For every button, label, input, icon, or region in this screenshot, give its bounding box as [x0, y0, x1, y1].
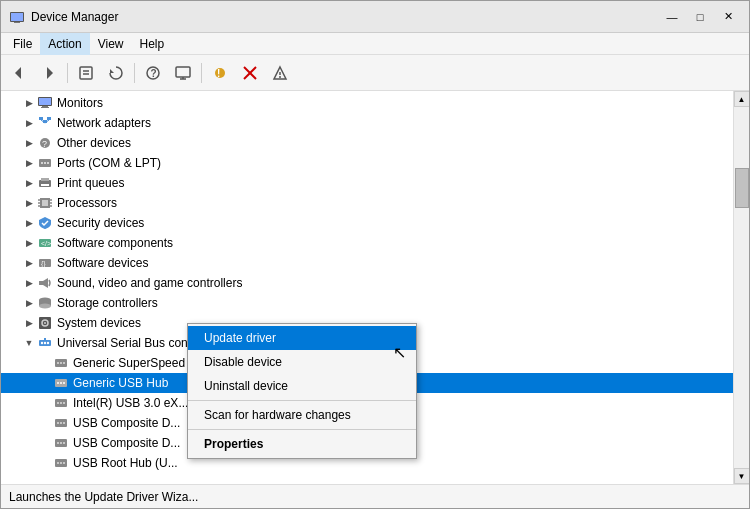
svg-rect-27: [47, 117, 51, 120]
ctx-disable-device[interactable]: Disable device: [188, 350, 416, 374]
svg-point-55: [39, 304, 51, 309]
usb-intel-icon: [53, 395, 69, 411]
close-button[interactable]: ✕: [715, 7, 741, 27]
ports-icon: [37, 155, 53, 171]
scroll-down-arrow[interactable]: ▼: [734, 468, 750, 484]
ctx-properties[interactable]: Properties: [188, 432, 416, 456]
menu-help[interactable]: Help: [132, 33, 173, 55]
sysdev-icon: [37, 315, 53, 331]
svg-point-60: [41, 342, 43, 344]
tree-item-ports[interactable]: ▶ Ports (COM & LPT): [1, 153, 733, 173]
ctx-update-driver[interactable]: Update driver: [188, 326, 416, 350]
sysdev-label: System devices: [57, 316, 141, 330]
usb-root-icon: [37, 335, 53, 351]
toggle-sound[interactable]: ▶: [21, 275, 37, 291]
other-icon: ?: [37, 135, 53, 151]
ctx-uninstall-device[interactable]: Uninstall device: [188, 374, 416, 398]
app-icon: [9, 9, 25, 25]
properties-button[interactable]: [72, 59, 100, 87]
tree-item-security[interactable]: ▶ Security devices: [1, 213, 733, 233]
svg-text:?: ?: [151, 68, 157, 79]
tree-item-storage[interactable]: ▶ Storage controllers: [1, 293, 733, 313]
network-icon: [37, 115, 53, 131]
svg-point-78: [63, 422, 65, 424]
maximize-button[interactable]: □: [687, 7, 713, 27]
svg-rect-37: [41, 178, 49, 181]
monitors-label: Monitors: [57, 96, 103, 110]
svg-point-81: [60, 442, 62, 444]
tree-item-sound[interactable]: ▶ Sound, video and game controllers: [1, 273, 733, 293]
toggle-other[interactable]: ▶: [21, 135, 37, 151]
toggle-monitors[interactable]: ▶: [21, 95, 37, 111]
svg-point-86: [63, 462, 65, 464]
scroll-up-arrow[interactable]: ▲: [734, 91, 750, 107]
toggle-printq[interactable]: ▶: [21, 175, 37, 191]
toggle-processors[interactable]: ▶: [21, 195, 37, 211]
uninstall-button[interactable]: [236, 59, 264, 87]
svg-point-73: [60, 402, 62, 404]
toggle-usb[interactable]: ▼: [21, 335, 37, 351]
help-button[interactable]: ?: [139, 59, 167, 87]
ctx-sep-2: [188, 429, 416, 430]
svg-marker-4: [47, 67, 53, 79]
scan-button[interactable]: [266, 59, 294, 87]
action-icon-button[interactable]: !: [206, 59, 234, 87]
toggle-storage[interactable]: ▶: [21, 295, 37, 311]
svg-point-62: [47, 342, 49, 344]
svg-point-72: [57, 402, 59, 404]
scrollbar-right[interactable]: ▲ ▼: [733, 91, 749, 484]
menu-view[interactable]: View: [90, 33, 132, 55]
svg-point-80: [57, 442, 59, 444]
usb-intel-label: Intel(R) USB 3.0 eX...: [73, 396, 188, 410]
toggle-ports[interactable]: ▶: [21, 155, 37, 171]
svg-rect-24: [41, 107, 49, 108]
usb-comp1-icon: [53, 415, 69, 431]
toggle-softcomp[interactable]: ▶: [21, 235, 37, 251]
usb-hub2-icon: [53, 375, 69, 391]
storage-label: Storage controllers: [57, 296, 158, 310]
scroll-thumb[interactable]: [735, 168, 749, 208]
tree-item-softdev[interactable]: ▶ {} Software devices: [1, 253, 733, 273]
svg-point-69: [60, 382, 62, 384]
svg-text:</>: </>: [41, 240, 51, 247]
svg-rect-2: [14, 22, 20, 23]
toggle-network[interactable]: ▶: [21, 115, 37, 131]
svg-point-35: [47, 162, 49, 164]
svg-rect-25: [39, 117, 43, 120]
display-button[interactable]: [169, 59, 197, 87]
svg-point-66: [63, 362, 65, 364]
processors-label: Processors: [57, 196, 117, 210]
svg-point-20: [279, 76, 281, 78]
toggle-softdev[interactable]: ▶: [21, 255, 37, 271]
other-label: Other devices: [57, 136, 131, 150]
svg-rect-51: [39, 281, 43, 285]
refresh-button[interactable]: [102, 59, 130, 87]
window-title: Device Manager: [31, 10, 659, 24]
svg-point-65: [60, 362, 62, 364]
ctx-scan-hardware[interactable]: Scan for hardware changes: [188, 403, 416, 427]
monitors-icon: [37, 95, 53, 111]
svg-point-70: [63, 382, 65, 384]
minimize-button[interactable]: —: [659, 7, 685, 27]
menu-action[interactable]: Action: [40, 33, 89, 55]
forward-button[interactable]: [35, 59, 63, 87]
svg-point-84: [57, 462, 59, 464]
tree-item-monitors[interactable]: ▶ Monitors: [1, 93, 733, 113]
tree-item-other[interactable]: ▶ ? Other devices: [1, 133, 733, 153]
svg-point-33: [41, 162, 43, 164]
tree-item-printq[interactable]: ▶ Print queues: [1, 173, 733, 193]
tree-item-processors[interactable]: ▶ Processors: [1, 193, 733, 213]
tree-item-network[interactable]: ▶ Network adapters: [1, 113, 733, 133]
svg-point-74: [63, 402, 65, 404]
menu-file[interactable]: File: [5, 33, 40, 55]
ctx-sep-1: [188, 400, 416, 401]
back-button[interactable]: [5, 59, 33, 87]
tree-item-softcomp[interactable]: ▶ </> Software components: [1, 233, 733, 253]
svg-point-68: [57, 382, 59, 384]
scroll-track[interactable]: [734, 107, 750, 468]
svg-rect-1: [11, 13, 23, 21]
toggle-security[interactable]: ▶: [21, 215, 37, 231]
toggle-sysdev[interactable]: ▶: [21, 315, 37, 331]
usb-comp2-icon: [53, 435, 69, 451]
toolbar: ? !: [1, 55, 749, 91]
